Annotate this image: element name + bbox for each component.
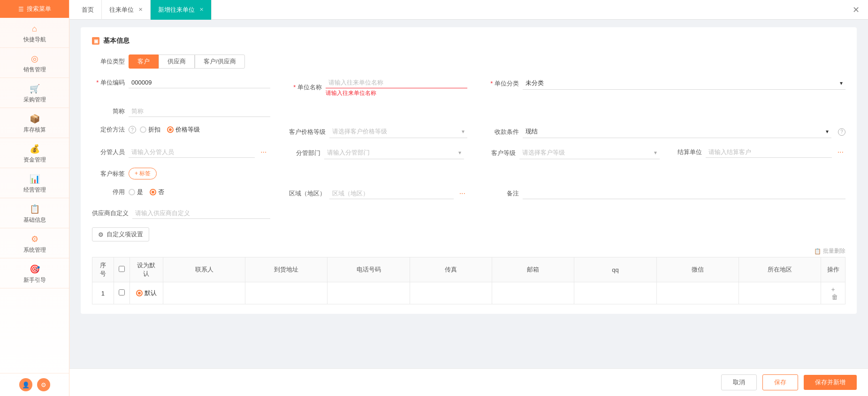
- tab-bar: 首页 往来单位 ✕ 新增往来单位 ✕ ✕: [69, 0, 868, 20]
- unit-name-field: 单位名称 请输入往来单位名称: [289, 77, 467, 97]
- customer-price-select[interactable]: 请选择客户价格等级 ▾: [329, 125, 467, 138]
- unit-category-select[interactable]: 未分类 ▾: [523, 77, 845, 90]
- pricing-radio-discount[interactable]: 折扣: [140, 125, 160, 134]
- row-wechat[interactable]: [656, 282, 739, 304]
- sidebar-item-system[interactable]: ⚙ 系统管理: [0, 228, 69, 258]
- remark-input[interactable]: [523, 188, 845, 199]
- remark-field: 备注: [486, 188, 845, 199]
- cancel-button[interactable]: 取消: [721, 374, 757, 390]
- phone-input[interactable]: [332, 290, 404, 297]
- main-area: 首页 往来单位 ✕ 新增往来单位 ✕ ✕ ▣ 基本信息 单位类型 客户: [69, 0, 868, 396]
- dept-field: 分管部门 请输入分管部门 ▾: [288, 147, 464, 159]
- settlement-label: 结算单位: [669, 148, 702, 156]
- customer-level-select[interactable]: 请选择客户等级 ▾: [519, 147, 660, 159]
- row-address[interactable]: [245, 282, 327, 304]
- tab-new-partner-close[interactable]: ✕: [199, 7, 204, 13]
- dept-select[interactable]: 请输入分管部门 ▾: [324, 147, 464, 159]
- purchase-icon: 🛒: [30, 84, 40, 94]
- address-input[interactable]: [250, 290, 322, 297]
- unit-type-btn-group: 客户 供应商 客户/供应商: [129, 54, 245, 69]
- settlement-input[interactable]: [706, 147, 832, 158]
- save-button[interactable]: 保存: [762, 374, 798, 390]
- disabled-yes[interactable]: 是: [129, 188, 143, 196]
- sidebar-item-label: 基础信息: [23, 216, 46, 224]
- row-add-btn[interactable]: +: [831, 286, 835, 293]
- dept-placeholder: 请输入分管部门: [327, 148, 370, 157]
- custom-settings-button[interactable]: ⚙ 自定义项设置: [92, 227, 149, 241]
- unit-name-error: 请输入往来单位名称: [326, 89, 467, 97]
- tab-partners[interactable]: 往来单位 ✕: [102, 0, 151, 20]
- footer: 取消 保存 保存并新增: [69, 368, 868, 396]
- payment-terms-help-icon[interactable]: ?: [838, 128, 845, 136]
- sidebar-bottom: 👤 ⚙: [0, 373, 69, 396]
- pricing-row: 定价方法 ? 折扣 价格等级 客户价格等级: [92, 125, 845, 138]
- region-more-btn[interactable]: ···: [457, 189, 467, 198]
- sidebar-item-label: 库存核算: [23, 126, 46, 134]
- row-qq[interactable]: [574, 282, 656, 304]
- type-btn-customer[interactable]: 客户: [129, 54, 159, 69]
- sidebar-item-basic[interactable]: 📋 基础信息: [0, 198, 69, 228]
- user-avatar[interactable]: 👤: [19, 378, 32, 391]
- supplier-custom-input[interactable]: [132, 208, 270, 219]
- unit-type-row: 单位类型 客户 供应商 客户/供应商: [92, 54, 845, 69]
- sidebar-item-sales[interactable]: ◎ 销售管理: [0, 48, 69, 78]
- row-email[interactable]: [492, 282, 574, 304]
- qq-input[interactable]: [579, 290, 651, 297]
- disabled-radio-group: 是 否: [129, 188, 164, 196]
- contact-input[interactable]: [168, 290, 240, 297]
- default-radio[interactable]: 默认: [135, 289, 158, 297]
- manager-more-btn[interactable]: ···: [259, 148, 268, 156]
- tab-new-partner-label: 新增往来单位: [158, 6, 195, 14]
- grade-label: 价格等级: [175, 125, 200, 134]
- batch-delete-area: 📋 批量删除: [92, 247, 845, 255]
- row-contact[interactable]: [163, 282, 245, 304]
- sidebar-item-finance[interactable]: 💰 资金管理: [0, 138, 69, 168]
- payment-terms-select[interactable]: 现结 ▾: [523, 125, 831, 138]
- fax-input[interactable]: [415, 290, 487, 297]
- tab-home[interactable]: 首页: [74, 0, 102, 20]
- type-btn-supplier[interactable]: 供应商: [159, 54, 195, 69]
- pricing-help-icon[interactable]: ?: [129, 126, 136, 133]
- settlement-more-btn[interactable]: ···: [836, 148, 845, 156]
- sidebar-item-quick-nav[interactable]: ⌂ 快捷导航: [0, 18, 69, 48]
- tab-bar-close-btn[interactable]: ✕: [849, 5, 863, 15]
- th-checkbox: [114, 257, 129, 282]
- row-fax[interactable]: [410, 282, 492, 304]
- disabled-no[interactable]: 否: [150, 188, 164, 196]
- sidebar-item-guide[interactable]: 🎯 新手引导: [0, 258, 69, 288]
- pricing-radio-grade[interactable]: 价格等级: [167, 125, 200, 134]
- email-input[interactable]: [497, 290, 569, 297]
- code-name-category-row: 单位编码 单位名称 请输入往来单位名称 单位分类: [92, 77, 845, 97]
- sidebar-item-operations[interactable]: 📊 经营管理: [0, 168, 69, 198]
- unit-name-input[interactable]: [326, 77, 467, 88]
- region-table-input[interactable]: [744, 290, 816, 297]
- wechat-input[interactable]: [662, 290, 734, 297]
- table-header-row: 序号 设为默认 联系人 到货地址 电话号码 传真 邮箱 qq 微信 所在地区 操…: [92, 257, 845, 282]
- row-delete-btn[interactable]: 🗑: [831, 293, 838, 301]
- sidebar-item-purchase[interactable]: 🛒 采购管理: [0, 78, 69, 108]
- type-btn-both[interactable]: 客户/供应商: [195, 54, 245, 69]
- tab-new-partner[interactable]: 新增往来单位 ✕: [151, 0, 212, 20]
- discount-label: 折扣: [148, 125, 160, 134]
- row-checkbox[interactable]: [114, 282, 129, 304]
- row-default[interactable]: 默认: [129, 282, 163, 304]
- manager-input[interactable]: [129, 147, 255, 158]
- th-region: 所在地区: [739, 257, 821, 282]
- disabled-region-row: 停用 是 否 区域（地区） ···: [92, 188, 845, 199]
- unit-code-input[interactable]: [129, 77, 270, 88]
- abbr-input[interactable]: [129, 106, 270, 117]
- save-and-new-button[interactable]: 保存并新增: [804, 375, 857, 390]
- region-input[interactable]: [329, 188, 454, 199]
- tag-add-button[interactable]: + 标签: [129, 168, 157, 179]
- row-region[interactable]: [739, 282, 821, 304]
- sidebar-search[interactable]: ☰ 搜索菜单: [0, 0, 69, 18]
- quick-nav-icon: ⌂: [30, 23, 40, 34]
- tab-partners-close[interactable]: ✕: [138, 7, 143, 13]
- tags-label: 客户标签: [92, 170, 125, 178]
- row-phone[interactable]: [327, 282, 410, 304]
- sidebar-item-inventory[interactable]: 📦 库存核算: [0, 108, 69, 138]
- disabled-yes-circle: [129, 189, 135, 195]
- settings-icon[interactable]: ⚙: [37, 378, 50, 391]
- row-checkbox-input[interactable]: [119, 289, 125, 295]
- select-all-checkbox[interactable]: [119, 266, 125, 272]
